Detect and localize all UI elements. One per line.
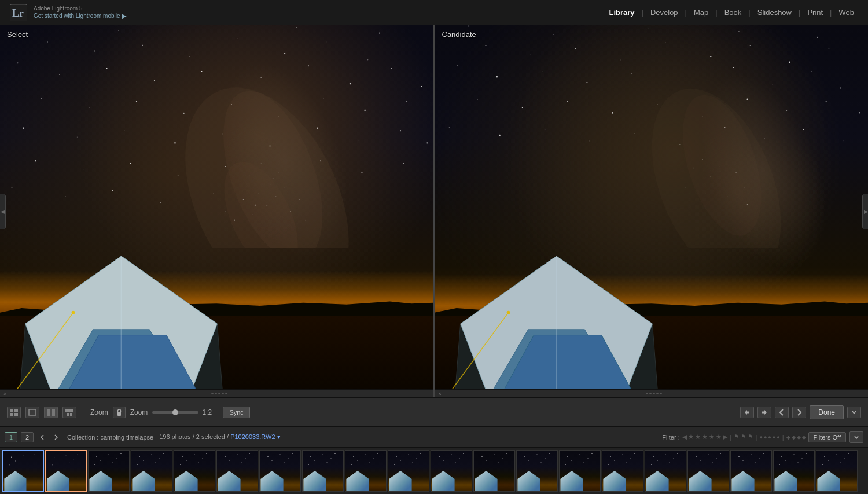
filmstrip-thumb-17[interactable] xyxy=(687,450,729,492)
left-close-icon[interactable]: × xyxy=(3,391,6,397)
filmstrip-thumb-14[interactable] xyxy=(559,450,601,492)
filmstrip-thumb-15[interactable] xyxy=(602,450,643,492)
filter-area: Filter : ◀ ★ ★ ★ ★ ★ ▶ | ⚑ ⚑ ⚑ | ● ● xyxy=(662,431,863,443)
filmstrip-thumb-13[interactable] xyxy=(516,450,558,492)
filmstrip-thumb-10[interactable] xyxy=(388,450,429,492)
svg-rect-166 xyxy=(52,409,55,416)
svg-rect-164 xyxy=(29,409,36,415)
filter-kind-3[interactable]: ◆ xyxy=(797,434,801,440)
left-panel-expand-button[interactable]: ◀ xyxy=(0,194,6,229)
filter-flag-2[interactable]: ⚑ xyxy=(741,433,746,441)
filter-star-1[interactable]: ★ xyxy=(688,433,694,441)
filmstrip-thumb-16[interactable] xyxy=(645,450,686,492)
filter-star-5[interactable]: ★ xyxy=(716,433,722,441)
nav-book[interactable]: Book xyxy=(720,6,746,19)
filmstrip-thumb-9[interactable] xyxy=(345,450,387,492)
filmstrip-thumb-7[interactable] xyxy=(259,450,301,492)
filter-buttons: ◀ ★ ★ ★ ★ ★ ▶ | ⚑ ⚑ ⚑ | ● ● ● ● ● xyxy=(682,433,806,441)
svg-rect-171 xyxy=(70,413,72,416)
nav-slideshow[interactable]: Slideshow xyxy=(753,6,796,19)
filter-prev-icon[interactable]: ◀ xyxy=(682,433,687,441)
photo-count: 196 photos / 2 selected / xyxy=(159,433,229,440)
swap-left-button[interactable] xyxy=(740,407,754,418)
filmstrip-thumb-2[interactable] xyxy=(45,450,87,492)
nav-sep-2: | xyxy=(685,8,687,17)
svg-text:Lr: Lr xyxy=(12,8,24,19)
ground xyxy=(0,316,433,397)
left-scroll-indicator xyxy=(9,393,429,394)
photo-dropdown-arrow[interactable]: ▾ xyxy=(277,433,281,440)
filmstrip-next-button[interactable] xyxy=(51,432,61,442)
filters-dropdown-button[interactable] xyxy=(849,431,863,443)
svg-rect-165 xyxy=(47,409,50,416)
filmstrip-thumb-8[interactable] xyxy=(302,450,344,492)
filters-off-button[interactable]: Filters Off xyxy=(808,432,846,442)
filter-flag-1[interactable]: ⚑ xyxy=(734,433,740,441)
filmstrip-thumb-5[interactable] xyxy=(174,450,215,492)
filmstrip-prev-button[interactable] xyxy=(37,432,47,442)
filter-color-4[interactable]: ● xyxy=(773,434,775,440)
filter-star-3[interactable]: ★ xyxy=(702,433,708,441)
grid-view-button[interactable] xyxy=(7,407,21,418)
app-name: Adobe Lightroom 5 xyxy=(34,5,127,12)
nav-print[interactable]: Print xyxy=(803,6,827,19)
right-image-panel: Candidate xyxy=(433,25,869,397)
single-view-button[interactable] xyxy=(25,407,39,418)
filter-star-4[interactable]: ★ xyxy=(709,433,715,441)
done-button[interactable]: Done xyxy=(810,405,844,419)
nav-menu: Library | Develop | Map | Book | Slidesh… xyxy=(604,6,859,19)
left-expand-icon: ◀ xyxy=(1,209,5,214)
right-panel-expand-button[interactable]: ▶ xyxy=(862,194,868,229)
filmstrip-thumb-19[interactable] xyxy=(773,450,815,492)
nav-develop[interactable]: Develop xyxy=(646,6,683,19)
photo-name-link[interactable]: P1020033.RW2 xyxy=(230,433,275,440)
lock-button[interactable] xyxy=(113,407,126,418)
filter-color-3[interactable]: ● xyxy=(768,434,771,440)
left-panel-bottom-bar: × xyxy=(0,389,433,397)
filmstrip-thumb-12[interactable] xyxy=(473,450,515,492)
filter-kind-2[interactable]: ◆ xyxy=(792,434,796,440)
filmstrip-thumb-11[interactable] xyxy=(431,450,472,492)
filter-next-icon[interactable]: ▶ xyxy=(723,433,727,441)
filter-color-1[interactable]: ● xyxy=(759,434,762,440)
svg-rect-163 xyxy=(14,413,18,416)
filmstrip-thumb-3[interactable] xyxy=(88,450,130,492)
zoom-slider[interactable] xyxy=(152,411,198,414)
right-expand-icon: ▶ xyxy=(864,209,867,214)
dropdown-arrow-button[interactable] xyxy=(847,407,861,418)
compare-view-button[interactable] xyxy=(44,407,58,418)
next-button[interactable] xyxy=(792,407,806,418)
app-tagline[interactable]: Get started with Lightroom mobile ▶ xyxy=(34,12,127,20)
filter-flag-3[interactable]: ⚑ xyxy=(748,433,753,441)
filter-color-2[interactable]: ● xyxy=(764,434,767,440)
filter-divider-2: | xyxy=(756,434,757,441)
filter-color-5[interactable]: ● xyxy=(777,434,779,440)
filmstrip-thumb-6[interactable] xyxy=(216,450,258,492)
right-scroll-indicator xyxy=(444,393,865,394)
prev-button[interactable] xyxy=(775,407,789,418)
filmstrip-thumb-18[interactable] xyxy=(730,450,772,492)
filter-kind-1[interactable]: ◆ xyxy=(786,434,790,440)
page-1-indicator[interactable]: 1 xyxy=(5,432,17,442)
left-image-canvas[interactable] xyxy=(0,25,433,397)
page-2-indicator[interactable]: 2 xyxy=(21,432,34,442)
swap-right-button[interactable] xyxy=(757,407,771,418)
left-image-panel: Select xyxy=(0,25,433,397)
nav-web[interactable]: Web xyxy=(834,6,859,19)
main-content: ◀ Select xyxy=(0,25,868,494)
filmstrip-thumb-4[interactable] xyxy=(131,450,172,492)
filter-divider: | xyxy=(730,434,731,441)
sync-button[interactable]: Sync xyxy=(223,407,249,418)
top-bar-left: Lr Adobe Lightroom 5 Get started with Li… xyxy=(9,3,127,22)
survey-view-button[interactable] xyxy=(62,407,76,418)
filter-star-2[interactable]: ★ xyxy=(695,433,701,441)
right-ground xyxy=(435,316,869,397)
nav-library[interactable]: Library xyxy=(604,6,639,19)
filmstrip[interactable] xyxy=(0,448,868,494)
right-image-canvas[interactable] xyxy=(435,25,869,397)
nav-map[interactable]: Map xyxy=(689,6,713,19)
filmstrip-thumb-20[interactable] xyxy=(816,450,858,492)
filter-kind-4[interactable]: ◆ xyxy=(802,434,806,440)
right-close-icon[interactable]: × xyxy=(439,391,442,397)
filmstrip-thumb-1[interactable] xyxy=(2,450,44,492)
